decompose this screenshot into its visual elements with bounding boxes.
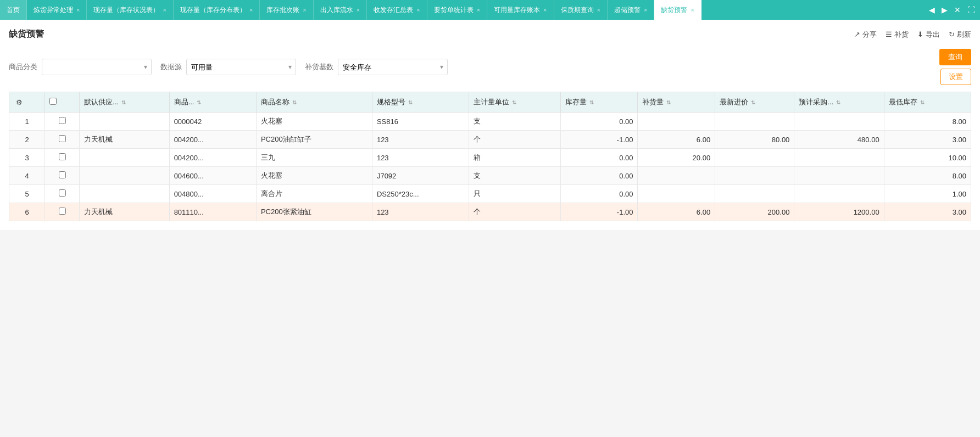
row-unit: 支 bbox=[469, 167, 560, 185]
table-row: 3 004200... 三九 123 箱 0.00 20.00 10.00 bbox=[9, 149, 971, 167]
row-price bbox=[715, 185, 794, 203]
export-button[interactable]: ⬇ 导出 bbox=[917, 30, 940, 40]
tab-bar: 首页 炼货异常处理 × 现存量（库存状况表） × 现存量（库存分布表） × 库存… bbox=[0, 0, 980, 20]
row-code: 004200... bbox=[169, 149, 256, 167]
row-code: 004800... bbox=[169, 185, 256, 203]
tab-inventory-dist-close[interactable]: × bbox=[249, 7, 253, 13]
table-row: 6 力天机械 801110... PC200张紧油缸 123 个 -1.00 6… bbox=[9, 203, 971, 221]
tab-collect[interactable]: 收发存汇总表 × bbox=[367, 0, 427, 20]
row-stock: 0.00 bbox=[560, 113, 638, 131]
row-checkbox[interactable] bbox=[59, 153, 66, 160]
stock-sort-icon[interactable]: ⇅ bbox=[589, 99, 594, 105]
price-sort-icon[interactable]: ⇅ bbox=[751, 99, 755, 105]
refresh-button[interactable]: ↻ 刷新 bbox=[949, 30, 971, 40]
row-unit: 个 bbox=[469, 203, 560, 221]
row-stock: 0.00 bbox=[560, 167, 638, 185]
tab-home[interactable]: 首页 bbox=[0, 0, 27, 20]
supplier-sort-icon[interactable]: ⇅ bbox=[121, 99, 126, 105]
datasource-select[interactable]: 可用量 bbox=[186, 59, 296, 75]
replen-sort-icon[interactable]: ⇅ bbox=[666, 99, 671, 105]
tab-next-button[interactable]: ▶ bbox=[939, 4, 950, 15]
th-minstock: 最低库存 ⇅ bbox=[884, 92, 971, 113]
row-code: 004600... bbox=[169, 167, 256, 185]
tab-expiry-close[interactable]: × bbox=[597, 7, 600, 13]
row-unit: 箱 bbox=[469, 149, 560, 167]
row-checkbox[interactable] bbox=[59, 135, 66, 142]
row-code: 0000042 bbox=[169, 113, 256, 131]
tab-inout-flow-close[interactable]: × bbox=[357, 7, 360, 13]
tab-overstock-close[interactable]: × bbox=[644, 7, 647, 13]
row-checkbox-cell bbox=[45, 149, 80, 167]
tab-expand-button[interactable]: ⛶ bbox=[965, 4, 978, 15]
datasource-filter-group: 数据源 可用量 bbox=[160, 59, 296, 75]
share-button[interactable]: ↗ 分享 bbox=[854, 30, 877, 40]
export-icon: ⬇ bbox=[917, 30, 923, 38]
spec-sort-icon[interactable]: ⇅ bbox=[408, 99, 413, 105]
row-supplier bbox=[80, 113, 169, 131]
table-body: 1 0000042 火花塞 SS816 支 0.00 8.00 2 力天机械 0… bbox=[9, 113, 971, 221]
row-minstock: 8.00 bbox=[884, 113, 971, 131]
row-checkbox[interactable] bbox=[59, 171, 66, 178]
tab-avail-ledger-close[interactable]: × bbox=[543, 7, 547, 13]
tab-batch-close[interactable]: × bbox=[303, 7, 306, 13]
query-button[interactable]: 查询 bbox=[939, 49, 971, 65]
replenish-select[interactable]: 安全库存 bbox=[338, 59, 448, 75]
tab-order-stat-close[interactable]: × bbox=[477, 7, 480, 13]
minstock-sort-icon[interactable]: ⇅ bbox=[920, 99, 925, 105]
datasource-label: 数据源 bbox=[160, 62, 182, 72]
column-settings-icon[interactable]: ⚙ bbox=[14, 97, 25, 108]
tab-inout-flow[interactable]: 出入库流水 × bbox=[314, 0, 367, 20]
name-sort-icon[interactable]: ⇅ bbox=[292, 99, 297, 105]
row-spec: J7092 bbox=[372, 167, 469, 185]
row-purchase bbox=[794, 185, 884, 203]
row-stock: 0.00 bbox=[560, 149, 638, 167]
tab-shortage-close[interactable]: × bbox=[691, 7, 694, 13]
row-replen: 6.00 bbox=[638, 131, 715, 149]
table-row: 4 004600... 火花塞 J7092 支 0.00 8.00 bbox=[9, 167, 971, 185]
tab-shortage[interactable]: 缺货预警 × bbox=[654, 0, 701, 20]
header-actions: ↗ 分享 ☰ 补货 ⬇ 导出 ↻ 刷新 bbox=[854, 30, 971, 40]
tab-inventory-status[interactable]: 现存量（库存状况表） × bbox=[87, 0, 173, 20]
category-select[interactable] bbox=[42, 59, 152, 75]
purchase-sort-icon[interactable]: ⇅ bbox=[836, 99, 840, 105]
row-no: 1 bbox=[9, 113, 45, 131]
row-supplier: 力天机械 bbox=[80, 203, 169, 221]
select-all-checkbox[interactable] bbox=[49, 98, 57, 105]
tab-batch[interactable]: 库存批次账 × bbox=[260, 0, 313, 20]
filter-area: 商品分类 数据源 可用量 补货基数 安全库存 bbox=[9, 49, 971, 85]
row-name: 火花塞 bbox=[256, 167, 372, 185]
row-spec: 123 bbox=[372, 203, 469, 221]
tab-order-stat[interactable]: 要货单统计表 × bbox=[427, 0, 487, 20]
row-no: 6 bbox=[9, 203, 45, 221]
page-content: 缺货预警 ↗ 分享 ☰ 补货 ⬇ 导出 ↻ 刷新 商品分类 bbox=[0, 20, 980, 230]
row-checkbox[interactable] bbox=[59, 117, 66, 124]
code-sort-icon[interactable]: ⇅ bbox=[197, 99, 201, 105]
th-spec: 规格型号 ⇅ bbox=[372, 92, 469, 113]
tab-expiry[interactable]: 保质期查询 × bbox=[554, 0, 608, 20]
row-checkbox-cell bbox=[45, 113, 80, 131]
row-checkbox[interactable] bbox=[59, 189, 66, 197]
row-spec: DS250*23c... bbox=[372, 185, 469, 203]
replenish-button[interactable]: ☰ 补货 bbox=[886, 30, 909, 40]
settings-button[interactable]: 设置 bbox=[940, 69, 971, 85]
th-stock: 库存量 ⇅ bbox=[560, 92, 638, 113]
row-spec: SS816 bbox=[372, 113, 469, 131]
row-no: 5 bbox=[9, 185, 45, 203]
tab-avail-ledger[interactable]: 可用量库存账本 × bbox=[487, 0, 554, 20]
tab-inventory-dist[interactable]: 现存量（库存分布表） × bbox=[174, 0, 260, 20]
unit-sort-icon[interactable]: ⇅ bbox=[512, 99, 516, 105]
row-stock: -1.00 bbox=[560, 203, 638, 221]
row-code: 004200... bbox=[169, 131, 256, 149]
tab-prev-button[interactable]: ◀ bbox=[926, 4, 938, 15]
tab-collect-close[interactable]: × bbox=[416, 7, 420, 13]
tab-close-all-button[interactable]: ✕ bbox=[951, 4, 964, 15]
tab-abnormal[interactable]: 炼货异常处理 × bbox=[27, 0, 87, 20]
row-checkbox[interactable] bbox=[59, 208, 66, 215]
row-price bbox=[715, 149, 794, 167]
tab-overstock[interactable]: 超储预警 × bbox=[608, 0, 654, 20]
category-filter-group: 商品分类 bbox=[9, 59, 152, 75]
tab-inventory-status-close[interactable]: × bbox=[163, 7, 166, 13]
row-checkbox-cell bbox=[45, 185, 80, 203]
row-replen: 6.00 bbox=[638, 203, 715, 221]
tab-abnormal-close[interactable]: × bbox=[76, 7, 80, 13]
